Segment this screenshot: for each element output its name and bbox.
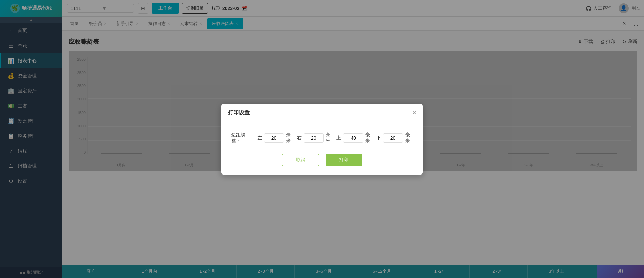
print-confirm-button[interactable]: 打印 <box>326 154 362 166</box>
right-margin-group: 右 毫米 <box>297 132 333 144</box>
bottom-margin-group: 下 毫米 <box>376 132 413 144</box>
right-margin-input[interactable] <box>304 133 324 143</box>
top-margin-group: 上 毫米 <box>336 132 373 144</box>
left-label: 左 <box>257 135 262 141</box>
left-margin-input[interactable] <box>264 133 284 143</box>
modal-footer: 取消 打印 <box>221 151 423 175</box>
right-label: 右 <box>297 135 302 141</box>
left-unit: 毫米 <box>286 132 293 144</box>
top-label: 上 <box>336 135 341 141</box>
margin-label: 边距调整： <box>231 132 254 144</box>
modal-header: 打印设置 × <box>221 104 423 122</box>
top-margin-input[interactable] <box>343 133 363 143</box>
modal-overlay: 打印设置 × 边距调整： 左 毫米 右 毫米 上 毫米 <box>0 0 644 278</box>
bottom-unit: 毫米 <box>405 132 413 144</box>
cancel-button[interactable]: 取消 <box>282 154 319 166</box>
right-unit: 毫米 <box>326 132 333 144</box>
top-unit: 毫米 <box>365 132 373 144</box>
bottom-label: 下 <box>376 135 381 141</box>
modal-body: 边距调整： 左 毫米 右 毫米 上 毫米 下 <box>221 122 423 151</box>
modal-title: 打印设置 <box>228 109 250 116</box>
print-settings-modal: 打印设置 × 边距调整： 左 毫米 右 毫米 上 毫米 <box>221 104 423 175</box>
margin-row: 边距调整： 左 毫米 右 毫米 上 毫米 下 <box>231 132 413 144</box>
bottom-margin-input[interactable] <box>383 133 403 143</box>
modal-close-button[interactable]: × <box>412 109 416 116</box>
left-margin-group: 左 毫米 <box>257 132 293 144</box>
